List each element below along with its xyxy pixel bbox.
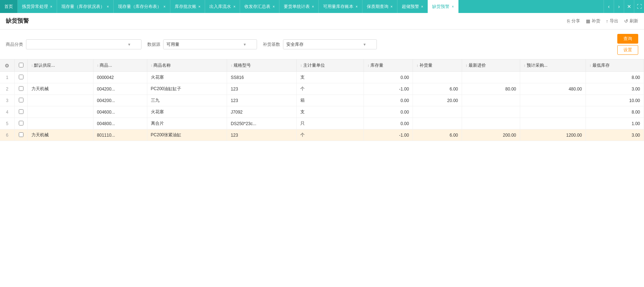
- category-select-arrow: ▼: [127, 43, 131, 47]
- tab-overstock-warning[interactable]: 超储预警 ×: [397, 0, 428, 13]
- default-supplier-cell: 力天机械: [27, 83, 93, 95]
- page-title: 缺货预警: [6, 17, 29, 25]
- col-unit[interactable]: 主计量单位: [296, 59, 364, 72]
- row-select-checkbox[interactable]: [19, 132, 23, 137]
- col-replenish-qty[interactable]: 补货量: [413, 59, 462, 72]
- tab-overstock-warning-close[interactable]: ×: [421, 5, 423, 9]
- estimated-purchase-cell: [520, 118, 586, 129]
- row-select-checkbox[interactable]: [19, 75, 23, 79]
- replenish-base-select-arrow: ▼: [363, 43, 366, 47]
- tab-inventory-status[interactable]: 现存量（库存状况表） ×: [57, 0, 114, 13]
- tab-close-all-btn[interactable]: ✕: [624, 0, 634, 13]
- product-code-cell: 004800...: [93, 118, 147, 129]
- stock-qty-cell: -1.00: [364, 129, 413, 141]
- tab-inout-flow-close[interactable]: ×: [233, 5, 235, 9]
- tab-inventory-dist-close[interactable]: ×: [164, 5, 166, 9]
- table-row: 3004200...三九123箱0.0020.0010.00: [0, 95, 644, 106]
- tab-collect-summary-close[interactable]: ×: [273, 5, 275, 9]
- datasource-filter-group: 数据源 可用量 ▼: [147, 39, 257, 49]
- replenish-base-filter-label: 补货基数: [263, 41, 280, 48]
- datasource-select[interactable]: 可用量 ▼: [163, 39, 257, 49]
- share-icon: ⎘: [567, 18, 570, 24]
- row-num: 4: [0, 106, 14, 118]
- share-action[interactable]: ⎘ 分享: [567, 18, 580, 24]
- row-checkbox[interactable]: [14, 129, 27, 141]
- col-stock-qty[interactable]: 库存量: [364, 59, 413, 72]
- latest-price-cell: 200.00: [462, 129, 520, 141]
- row-checkbox[interactable]: [14, 95, 27, 106]
- col-latest-price[interactable]: 最新进价: [462, 59, 520, 72]
- tab-expiry-query-close[interactable]: ×: [391, 5, 393, 9]
- filter-bar: 商品分类 ▼ 数据源 可用量 ▼ 补货基数 安全库存 ▼ 查询 设置: [0, 30, 644, 59]
- col-checkbox: [14, 59, 27, 72]
- tab-collect-summary[interactable]: 收发存汇总表 ×: [240, 0, 279, 13]
- col-estimated-purchase[interactable]: 预计采购...: [520, 59, 586, 72]
- replenish-action[interactable]: ▦ 补货: [586, 18, 600, 24]
- col-spec[interactable]: 规格型号: [227, 59, 296, 72]
- row-select-checkbox[interactable]: [19, 98, 23, 102]
- row-num: 1: [0, 72, 14, 83]
- col-min-stock[interactable]: 最低库存: [586, 59, 644, 72]
- default-supplier-cell: [27, 95, 93, 106]
- stock-qty-cell: 0.00: [364, 95, 413, 106]
- tab-nav-btns: ‹ › ✕ ⛶: [604, 0, 644, 13]
- col-product-code[interactable]: 商品...: [93, 59, 147, 72]
- unit-cell: 个: [296, 129, 364, 141]
- refresh-action[interactable]: ↺ 刷新: [624, 18, 638, 24]
- col-product-name[interactable]: 商品名称: [147, 59, 227, 72]
- tab-available-ledger-close[interactable]: ×: [356, 5, 358, 9]
- stock-qty-cell: 0.00: [364, 106, 413, 118]
- min-stock-cell: 3.00: [586, 83, 644, 95]
- tab-demand-stats-close[interactable]: ×: [312, 5, 314, 9]
- row-checkbox[interactable]: [14, 72, 27, 83]
- tab-expiry-query[interactable]: 保质期查询 ×: [362, 0, 397, 13]
- tab-available-ledger[interactable]: 可用量库存账本 ×: [319, 0, 362, 13]
- replenish-qty-cell: 6.00: [413, 129, 462, 141]
- replenish-base-filter-group: 补货基数 安全库存 ▼: [263, 39, 377, 49]
- default-supplier-cell: [27, 118, 93, 129]
- row-checkbox[interactable]: [14, 83, 27, 95]
- col-default-supplier[interactable]: 默认供应...: [27, 59, 93, 72]
- export-action[interactable]: ↑ 导出: [606, 18, 619, 24]
- unit-cell: 支: [296, 72, 364, 83]
- row-select-checkbox[interactable]: [19, 109, 23, 114]
- tab-prev-btn[interactable]: ‹: [604, 0, 614, 13]
- replenish-base-select[interactable]: 安全库存 ▼: [283, 39, 377, 49]
- col-gear[interactable]: ⚙: [0, 59, 14, 72]
- product-name-cell: PC200油缸缸子: [147, 83, 227, 95]
- select-all-checkbox[interactable]: [19, 63, 23, 67]
- row-select-checkbox[interactable]: [19, 86, 23, 91]
- tab-inventory-dist[interactable]: 现存量（库存分布表） ×: [114, 0, 170, 13]
- tab-fullscreen-btn[interactable]: ⛶: [634, 0, 644, 13]
- estimated-purchase-cell: 1200.00: [520, 129, 586, 141]
- tab-batch-account-close[interactable]: ×: [199, 5, 201, 9]
- row-select-checkbox[interactable]: [19, 121, 23, 125]
- tab-inventory-status-close[interactable]: ×: [107, 5, 109, 9]
- default-supplier-cell: [27, 72, 93, 83]
- gear-icon[interactable]: ⚙: [5, 63, 9, 69]
- tab-shortage-warning[interactable]: 缺货预警 ×: [428, 0, 458, 13]
- default-supplier-cell: 力天机械: [27, 129, 93, 141]
- tab-shortage-warning-close[interactable]: ×: [452, 5, 454, 9]
- settings-button[interactable]: 设置: [617, 45, 638, 55]
- row-checkbox[interactable]: [14, 118, 27, 129]
- table-container: ⚙ 默认供应... 商品... 商品名称 规格型号: [0, 59, 644, 141]
- tab-home[interactable]: 首页: [0, 0, 18, 13]
- replenish-icon: ▦: [586, 18, 590, 24]
- estimated-purchase-cell: 480.00: [520, 83, 586, 95]
- latest-price-cell: [462, 95, 520, 106]
- row-checkbox[interactable]: [14, 106, 27, 118]
- tab-batch-account[interactable]: 库存批次账 ×: [170, 0, 205, 13]
- category-select[interactable]: ▼: [26, 39, 142, 49]
- replenish-qty-cell: [413, 106, 462, 118]
- latest-price-cell: 80.00: [462, 83, 520, 95]
- tab-demand-stats[interactable]: 要货单统计表 ×: [279, 0, 319, 13]
- latest-price-cell: [462, 106, 520, 118]
- tab-abnormal[interactable]: 拣货异常处理 ×: [18, 0, 57, 13]
- tab-next-btn[interactable]: ›: [614, 0, 624, 13]
- tab-inout-flow[interactable]: 出入库流水 ×: [205, 0, 240, 13]
- replenish-qty-cell: [413, 72, 462, 83]
- query-button[interactable]: 查询: [617, 34, 638, 44]
- datasource-select-arrow: ▼: [243, 43, 247, 47]
- tab-abnormal-close[interactable]: ×: [50, 5, 52, 9]
